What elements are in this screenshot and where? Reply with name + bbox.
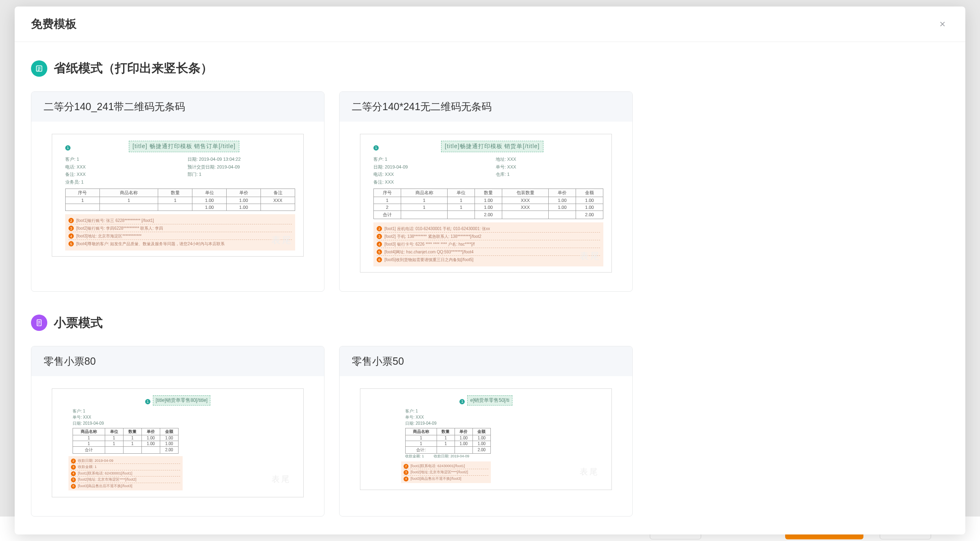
marker-icon: 1 (145, 399, 150, 404)
card-title: 二等分140*241无二维码无条码 (340, 92, 632, 122)
card-title: 二等分140_241带二维码无条码 (31, 92, 324, 122)
modal-header: 免费模板 (15, 7, 965, 42)
template-preview: 1 [title] 畅捷通打印模板 销售订单[/title] 客户: 1 电话:… (52, 134, 304, 257)
section-title: 小票模式 (54, 315, 103, 331)
template-preview: 1 [title]销货单零售80[/title] 客户: 1 单号: XXX 日… (52, 388, 304, 498)
template-card-receipt-50[interactable]: 零售小票50 1 e]销货单零售50[/ti 客户: 1 单号: XXX 日期:… (339, 346, 633, 517)
template-preview: 1 e]销货单零售50[/ti 客户: 1 单号: XXX 日期: 2019-0… (360, 388, 612, 490)
receipt-icon (31, 315, 47, 331)
marker-icon: 1 (459, 399, 465, 404)
template-card-receipt-80[interactable]: 零售小票80 1 [title]销货单零售80[/title] 客户: 1 单号… (31, 346, 324, 517)
section-receipt: 小票模式 (31, 315, 949, 331)
template-card-140-241-qr[interactable]: 二等分140_241带二维码无条码 1 [title] 畅捷通打印模板 销售订单… (31, 91, 324, 292)
template-modal: 免费模板 省纸模式（打印出来竖长条） 二等分140_241带二维码无条码 1 [… (15, 7, 965, 534)
modal-title: 免费模板 (31, 16, 77, 32)
template-card-140-241-noqr[interactable]: 二等分140*241无二维码无条码 1 [title]畅捷通打印模板 销货单[/… (339, 91, 633, 292)
template-preview: 1 [title]畅捷通打印模板 销货单[/title] 客户: 1 日期: 2… (360, 134, 612, 273)
section-paper-saving: 省纸模式（打印出来竖长条） (31, 60, 949, 77)
card-title: 零售小票50 (340, 346, 632, 376)
list-icon (31, 60, 47, 77)
close-button[interactable] (936, 18, 949, 31)
card-title: 零售小票80 (31, 346, 324, 376)
marker-icon: 1 (373, 145, 379, 151)
modal-body[interactable]: 省纸模式（打印出来竖长条） 二等分140_241带二维码无条码 1 [title… (15, 42, 965, 534)
section-title: 省纸模式（打印出来竖长条） (54, 60, 213, 77)
marker-icon: 1 (65, 145, 71, 151)
close-icon (938, 20, 947, 28)
